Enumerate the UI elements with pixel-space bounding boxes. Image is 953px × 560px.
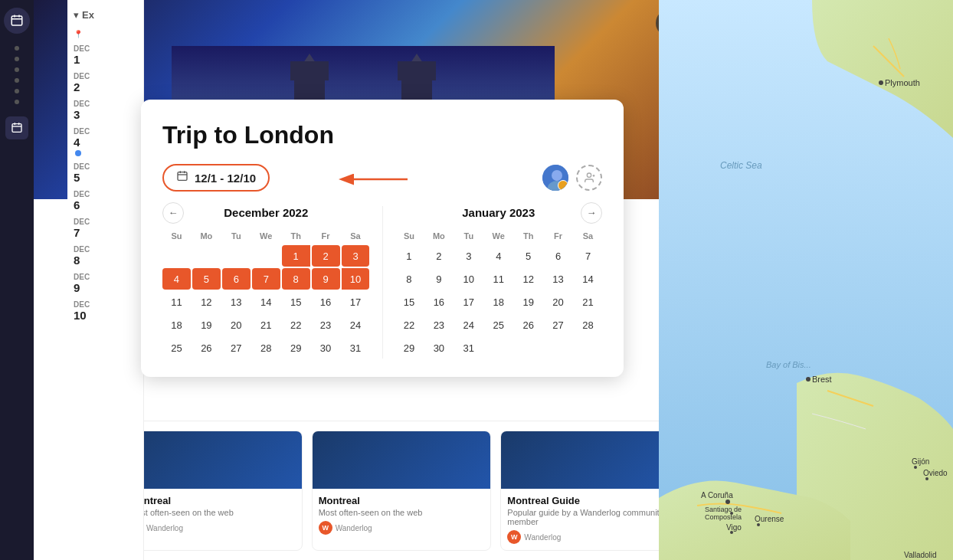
- day-8[interactable]: 8: [282, 268, 310, 290]
- next-month-button[interactable]: →: [581, 202, 602, 224]
- svg-text:Ourense: Ourense: [755, 515, 784, 523]
- december-calendar: ← December 2022 Su Mo Tu We Th Fr Sa: [162, 206, 370, 359]
- jan-day-20[interactable]: 20: [544, 291, 572, 313]
- jan-day-24[interactable]: 24: [454, 314, 483, 336]
- itinerary-day-9[interactable]: DEC 9: [67, 270, 143, 297]
- day-17[interactable]: 17: [342, 291, 370, 313]
- itinerary-day-7[interactable]: DEC 7: [67, 215, 143, 242]
- sidebar-dot-5: [15, 89, 19, 93]
- jan-day-28[interactable]: 28: [574, 314, 602, 336]
- day-10[interactable]: 10: [342, 268, 370, 290]
- jan-day-9[interactable]: 9: [424, 268, 453, 290]
- jan-day-29[interactable]: 29: [395, 337, 424, 359]
- trip-panel: Trip to London 12/1 - 12/10: [141, 100, 624, 377]
- jan-day-15[interactable]: 15: [395, 291, 424, 313]
- svg-rect-4: [12, 124, 21, 133]
- jan-day-8[interactable]: 8: [395, 268, 424, 290]
- day-6[interactable]: 6: [222, 268, 251, 290]
- calendar-container: ← December 2022 Su Mo Tu We Th Fr Sa: [162, 206, 602, 359]
- day-18[interactable]: 18: [162, 314, 191, 336]
- day-27[interactable]: 27: [222, 337, 251, 359]
- itinerary-day-2[interactable]: DEC 2: [67, 69, 143, 97]
- guide-card-3[interactable]: Montreal Guide Popular guide by a Wander…: [500, 431, 680, 551]
- day-23[interactable]: 23: [312, 314, 340, 336]
- day-5[interactable]: 5: [192, 268, 221, 290]
- jan-day-22[interactable]: 22: [395, 314, 424, 336]
- jan-day-27[interactable]: 27: [544, 314, 572, 336]
- jan-day-18[interactable]: 18: [484, 291, 513, 313]
- itinerary-day-6[interactable]: DEC 6: [67, 187, 143, 215]
- day-25[interactable]: 25: [162, 337, 191, 359]
- svg-text:Valladolid: Valladolid: [904, 551, 937, 559]
- day-15[interactable]: 15: [282, 291, 310, 313]
- day-header-we: We: [252, 228, 280, 244]
- jan-day-31[interactable]: 31: [454, 337, 483, 359]
- day-13[interactable]: 13: [222, 291, 251, 313]
- day-19[interactable]: 19: [192, 314, 221, 336]
- jan-day-16[interactable]: 16: [424, 291, 453, 313]
- day-30[interactable]: 30: [312, 337, 340, 359]
- itinerary-day-3[interactable]: DEC 3: [67, 97, 143, 124]
- svg-text:Plymouth: Plymouth: [885, 78, 920, 87]
- itinerary-day-8[interactable]: DEC 8: [67, 242, 143, 270]
- jan-day-12[interactable]: 12: [514, 268, 542, 290]
- day-3[interactable]: 3: [342, 245, 370, 267]
- day-header-th: Th: [282, 228, 310, 244]
- jan-day-23[interactable]: 23: [424, 314, 453, 336]
- day-7[interactable]: 7: [252, 268, 280, 290]
- day-9[interactable]: 9: [312, 268, 340, 290]
- jan-day-2[interactable]: 2: [424, 245, 453, 267]
- day-header-sa: Sa: [342, 228, 370, 244]
- collapse-button[interactable]: ▾ Ex: [67, 6, 143, 24]
- day-31[interactable]: 31: [342, 337, 370, 359]
- card-2-subtitle: Most often-seen on the web: [319, 508, 485, 517]
- sidebar-logo[interactable]: [4, 8, 30, 34]
- day-21[interactable]: 21: [252, 314, 280, 336]
- january-title: January 2023: [462, 206, 535, 219]
- map-background: Plymouth Celtic Sea Brest Bay of Bis... …: [659, 0, 953, 560]
- day-2[interactable]: 2: [312, 245, 340, 267]
- jan-day-25[interactable]: 25: [484, 314, 513, 336]
- jan-day-4[interactable]: 4: [484, 245, 513, 267]
- jan-day-13[interactable]: 13: [544, 268, 572, 290]
- day-16[interactable]: 16: [312, 291, 340, 313]
- jan-day-6[interactable]: 6: [544, 245, 572, 267]
- day-28[interactable]: 28: [252, 337, 280, 359]
- day-20[interactable]: 20: [222, 314, 251, 336]
- day-24[interactable]: 24: [342, 314, 370, 336]
- jan-day-1[interactable]: 1: [395, 245, 424, 267]
- guide-card-1[interactable]: Montreal Most often-seen on the web W Wa…: [123, 431, 303, 551]
- day-1[interactable]: 1: [282, 245, 310, 267]
- jan-day-7[interactable]: 7: [574, 245, 602, 267]
- day-22[interactable]: 22: [282, 314, 310, 336]
- day-header-mo: Mo: [192, 228, 221, 244]
- guide-card-2[interactable]: Montreal Most often-seen on the web W Wa…: [312, 431, 492, 551]
- day-14[interactable]: 14: [252, 291, 280, 313]
- itinerary-day-1[interactable]: DEC 1: [67, 41, 143, 69]
- itinerary-day-10[interactable]: DEC 10: [67, 297, 143, 325]
- jan-day-10[interactable]: 10: [454, 268, 483, 290]
- day-11[interactable]: 11: [162, 291, 191, 313]
- jan-day-21[interactable]: 21: [574, 291, 602, 313]
- jan-day-30[interactable]: 30: [424, 337, 453, 359]
- add-person-button[interactable]: [576, 165, 602, 191]
- day-26[interactable]: 26: [192, 337, 221, 359]
- calendar-nav-icon[interactable]: [5, 116, 28, 139]
- date-range-badge[interactable]: 12/1 - 12/10: [162, 164, 270, 192]
- prev-month-button[interactable]: ←: [162, 202, 184, 224]
- day-12[interactable]: 12: [192, 291, 221, 313]
- itinerary-day-5[interactable]: DEC 5: [67, 159, 143, 187]
- itinerary-day-4[interactable]: DEC 4: [67, 124, 143, 159]
- jan-day-5[interactable]: 5: [514, 245, 542, 267]
- jan-day-3[interactable]: 3: [454, 245, 483, 267]
- wanderlog-badge-2: W: [319, 521, 332, 535]
- user-avatar[interactable]: [541, 163, 570, 192]
- svg-text:Compostela: Compostela: [705, 513, 742, 521]
- jan-day-17[interactable]: 17: [454, 291, 483, 313]
- jan-day-11[interactable]: 11: [484, 268, 513, 290]
- day-29[interactable]: 29: [282, 337, 310, 359]
- day-4[interactable]: 4: [162, 268, 191, 290]
- jan-day-26[interactable]: 26: [514, 314, 542, 336]
- jan-day-19[interactable]: 19: [514, 291, 542, 313]
- jan-day-14[interactable]: 14: [574, 268, 602, 290]
